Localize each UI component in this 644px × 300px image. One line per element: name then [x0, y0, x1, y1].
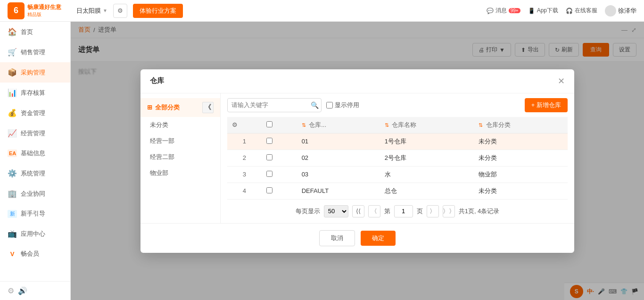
enterprise-icon: 🏢 — [8, 189, 17, 198]
sidebar-item-purchase[interactable]: 📦 采购管理 — [0, 62, 70, 83]
modal-overlay[interactable]: 仓库 ✕ ⊞ 全部分类 《 未分类 经营一部 经营二部 — [71, 22, 644, 300]
row-num-4: 4 — [227, 183, 262, 199]
sidebar-item-guide[interactable]: 新 新手引导 — [0, 204, 70, 224]
cat-item-unclassified[interactable]: 未分类 — [140, 117, 220, 133]
prev-page-button[interactable]: 〈 — [368, 205, 380, 217]
logo-sub-text: 精品版 — [27, 11, 61, 18]
table-scroll: ⚙ ⇅ 仓库... ⇅ 仓库名称 — [227, 117, 568, 200]
cat-item-dept2[interactable]: 经营二部 — [140, 149, 220, 165]
basic-icon: EA — [8, 150, 17, 157]
table-row[interactable]: 4 DEFAULT 总仓 未分类 — [227, 183, 568, 199]
store-name: 日太阳膜 — [76, 7, 101, 15]
gear-icon: ⚙ — [232, 121, 238, 128]
per-page-select[interactable]: 50 100 — [324, 205, 348, 217]
last-page-button[interactable]: 〉〉 — [443, 205, 455, 217]
sidebar-item-basic[interactable]: EA 基础信息 — [0, 143, 70, 163]
row-code-2: 02 — [297, 150, 380, 166]
show-disabled-label: 显示停用 — [335, 101, 359, 109]
customer-service-button[interactable]: 🎧 在线客服 — [566, 7, 597, 15]
row-name-1: 1号仓库 — [380, 133, 474, 150]
sidebar-label-basic: 基础信息 — [21, 149, 45, 158]
sidebar-item-operations[interactable]: 📈 经营管理 — [0, 123, 70, 143]
sidebar-item-home[interactable]: 🏠 首页 — [0, 22, 70, 42]
warehouse-modal: 仓库 ✕ ⊞ 全部分类 《 未分类 经营一部 经营二部 — [140, 69, 574, 253]
sidebar-label-operations: 经营管理 — [21, 129, 45, 138]
sales-icon: 🛒 — [8, 48, 17, 57]
sidebar-label-app: 应用中心 — [21, 230, 45, 238]
sidebar-label-purchase: 采购管理 — [21, 68, 45, 77]
th-code[interactable]: ⇅ 仓库... — [297, 117, 380, 133]
settings-icon[interactable]: ⚙ — [113, 4, 127, 18]
settings-bottom-icon[interactable]: ⚙ — [8, 286, 14, 295]
modal-title: 仓库 — [150, 76, 164, 85]
sidebar-bottom: ⚙ 🔊 — [0, 281, 70, 300]
sidebar-label-system: 系统管理 — [21, 169, 45, 178]
row-check-4[interactable] — [262, 183, 297, 199]
row-category-4: 未分类 — [474, 183, 568, 199]
row-num-2: 2 — [227, 150, 262, 166]
select-all-checkbox[interactable] — [266, 121, 272, 127]
row-check-2[interactable] — [262, 150, 297, 166]
system-icon: ⚙️ — [8, 169, 17, 178]
table-row[interactable]: 1 01 1号仓库 未分类 — [227, 133, 568, 150]
table-body: 1 01 1号仓库 未分类 2 02 — [227, 133, 568, 199]
app-download-button[interactable]: 📱 App下载 — [528, 7, 558, 15]
table-header-row: ⚙ ⇅ 仓库... ⇅ 仓库名称 — [227, 117, 568, 133]
add-warehouse-button[interactable]: + 新增仓库 — [525, 98, 568, 112]
sidebar-item-finance[interactable]: 💰 资金管理 — [0, 103, 70, 123]
app-label: App下载 — [537, 7, 558, 15]
page-number-input[interactable] — [394, 205, 413, 217]
sidebar-item-app[interactable]: 📺 应用中心 — [0, 224, 70, 244]
app-icon: 📱 — [528, 8, 535, 14]
row-check-3[interactable] — [262, 166, 297, 183]
trial-button[interactable]: 体验行业方案 — [133, 4, 183, 18]
cat-item-dept1[interactable]: 经营一部 — [140, 133, 220, 149]
store-selector[interactable]: 日太阳膜 ▼ — [76, 7, 107, 15]
messages-button[interactable]: 💬 消息 99+ — [487, 7, 520, 15]
modal-close-button[interactable]: ✕ — [558, 76, 565, 86]
sidebar-item-system[interactable]: ⚙️ 系统管理 — [0, 163, 70, 183]
table-area: 🔍 显示停用 + 新增仓库 — [221, 93, 574, 223]
table-row[interactable]: 3 03 水 物业部 — [227, 166, 568, 183]
volume-icon[interactable]: 🔊 — [18, 286, 27, 295]
row-code-4: DEFAULT — [297, 183, 380, 199]
show-disabled-checkbox[interactable] — [326, 102, 333, 108]
row-check-1[interactable] — [262, 133, 297, 150]
warehouse-table: ⚙ ⇅ 仓库... ⇅ 仓库名称 — [227, 117, 568, 200]
table-row[interactable]: 2 02 2号仓库 未分类 — [227, 150, 568, 166]
collapse-button[interactable]: 《 — [202, 102, 214, 113]
page-suffix: 页 — [417, 207, 423, 216]
th-name[interactable]: ⇅ 仓库名称 — [380, 117, 474, 133]
top-bar-right: 💬 消息 99+ 📱 App下载 🎧 在线客服 徐泽华 — [487, 5, 636, 17]
row-category-3: 物业部 — [474, 166, 568, 183]
modal-header: 仓库 ✕ — [140, 69, 574, 93]
th-category[interactable]: ⇅ 仓库分类 — [474, 117, 568, 133]
layout: 🏠 首页 🛒 销售管理 📦 采购管理 📊 库存核算 💰 资金管理 📈 经营管理 … — [0, 22, 644, 300]
sidebar-label-inventory: 库存核算 — [21, 89, 45, 97]
cat-item-property[interactable]: 物业部 — [140, 165, 220, 181]
next-page-button[interactable]: 〉 — [427, 205, 439, 217]
modal-footer: 取消 确定 — [140, 223, 574, 253]
grid-icon: ⊞ — [147, 104, 152, 111]
user-menu[interactable]: 徐泽华 — [605, 5, 636, 17]
app-center-icon: 📺 — [8, 229, 17, 238]
confirm-button[interactable]: 确定 — [361, 231, 396, 246]
sidebar-item-member[interactable]: V 畅会员 — [0, 244, 70, 264]
search-box: 🔍 — [227, 98, 322, 112]
search-input[interactable] — [231, 101, 311, 108]
sidebar-item-inventory[interactable]: 📊 库存核算 — [0, 83, 70, 103]
logo-main-text: 畅康通好生意 — [27, 3, 61, 11]
show-disabled-toggle[interactable]: 显示停用 — [326, 101, 359, 109]
member-icon: V — [8, 250, 17, 258]
sidebar-item-sales[interactable]: 🛒 销售管理 — [0, 42, 70, 62]
search-icon[interactable]: 🔍 — [311, 101, 319, 109]
cancel-button[interactable]: 取消 — [319, 230, 355, 246]
pagination: 每页显示 50 100 ⟨⟨ 〈 第 页 〉 〉〉 — [227, 200, 568, 223]
table-header: ⚙ ⇅ 仓库... ⇅ 仓库名称 — [227, 117, 568, 133]
sidebar-label-finance: 资金管理 — [21, 109, 45, 117]
sidebar-item-enterprise[interactable]: 🏢 企业协同 — [0, 183, 70, 204]
first-page-button[interactable]: ⟨⟨ — [352, 205, 364, 217]
all-categories-header[interactable]: ⊞ 全部分类 《 — [140, 98, 220, 117]
logo: 6 畅康通好生意 精品版 — [8, 2, 61, 19]
total-info: 共1页, 4条记录 — [459, 207, 500, 216]
